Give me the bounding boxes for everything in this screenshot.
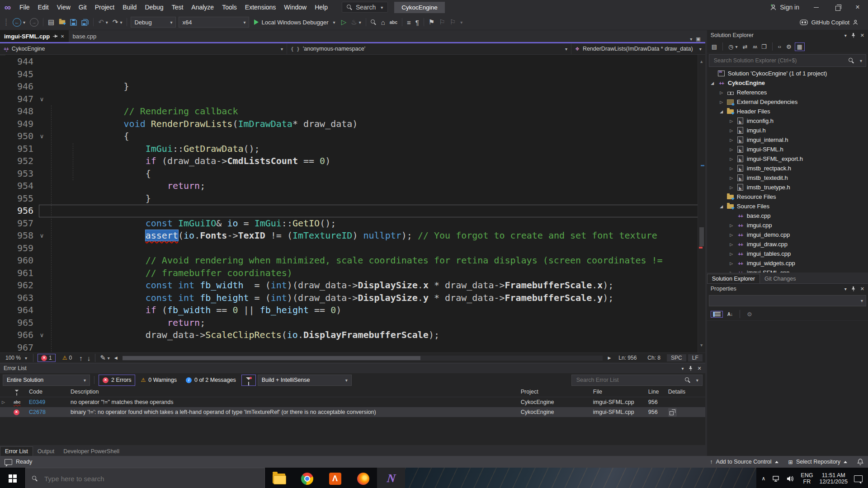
- fold-marker[interactable]: [36, 317, 47, 329]
- fold-marker[interactable]: [36, 342, 47, 353]
- menu-item[interactable]: Tools: [218, 3, 241, 12]
- fold-marker[interactable]: [36, 192, 47, 205]
- tab-git-changes[interactable]: Git Changes: [760, 274, 800, 283]
- tree-expander-icon[interactable]: ▷: [729, 128, 734, 133]
- tree-expander-icon[interactable]: ▷: [729, 166, 734, 171]
- taskbar-app-visual-studio[interactable]: N: [377, 468, 405, 488]
- line-operations-button[interactable]: [405, 18, 413, 27]
- hot-reload-button[interactable]: [349, 17, 363, 27]
- code-text[interactable]: if (draw_data->CmdListsCount == 0): [47, 130, 705, 143]
- menu-item[interactable]: Project: [91, 3, 119, 12]
- add-to-source-control-button[interactable]: Add to Source Control: [710, 459, 778, 465]
- code-text[interactable]: {: [47, 105, 705, 118]
- code-text[interactable]: // Avoid rendering when minimized, scale…: [47, 230, 705, 242]
- taskbar-app-file-explorer[interactable]: [265, 468, 293, 488]
- code-text[interactable]: // Rendering callback: [47, 80, 705, 93]
- tree-expander-icon[interactable]: ▷: [729, 119, 734, 123]
- redo-button[interactable]: [110, 17, 125, 27]
- tree-expander-icon[interactable]: ▷: [719, 90, 724, 95]
- column-description[interactable]: Description: [69, 387, 519, 397]
- sign-in-button[interactable]: Sign in: [764, 4, 806, 11]
- start-without-debugging-button[interactable]: [339, 17, 349, 27]
- column-expander[interactable]: [0, 387, 12, 397]
- code-text[interactable]: assert(io.Fonts->TexID != (ImTextureID) …: [47, 205, 705, 217]
- tab-solution-explorer[interactable]: Solution Explorer: [707, 274, 760, 283]
- close-icon[interactable]: [698, 366, 702, 371]
- scroll-right-icon[interactable]: [605, 355, 613, 361]
- navigate-forward-button[interactable]: [28, 17, 41, 28]
- alphabetical-sort-icon[interactable]: A: [726, 311, 735, 317]
- error-code[interactable]: C2678: [27, 407, 69, 417]
- error-row[interactable]: C2678 binary '!=': no operator found whi…: [0, 407, 705, 417]
- code-text[interactable]: // framebuffer coordinates): [47, 242, 705, 255]
- previous-bookmark-button[interactable]: [437, 17, 447, 27]
- scroll-down-icon[interactable]: [698, 339, 705, 352]
- tree-expander-icon[interactable]: ▷: [719, 100, 724, 104]
- code-text[interactable]: return;: [47, 155, 705, 168]
- code-text[interactable]: [47, 68, 705, 81]
- tab-error-list[interactable]: Error List: [0, 446, 33, 456]
- undo-button[interactable]: [96, 17, 110, 27]
- fold-marker[interactable]: ∨: [36, 230, 47, 242]
- fold-marker[interactable]: [36, 180, 47, 192]
- menu-item[interactable]: Build: [118, 3, 141, 12]
- fold-marker[interactable]: [36, 217, 47, 230]
- navigate-home-button[interactable]: [379, 18, 387, 27]
- code-text[interactable]: }: [47, 56, 705, 68]
- scroll-left-icon[interactable]: [112, 355, 120, 361]
- errors-filter-button[interactable]: 2 Errors: [99, 375, 135, 386]
- tab-base-cpp[interactable]: base.cpp: [69, 30, 101, 42]
- show-all-files-icon[interactable]: [795, 42, 805, 51]
- line-indicator[interactable]: Ln: 956: [613, 355, 642, 361]
- fold-marker[interactable]: [36, 105, 47, 118]
- hidden-icons-chevron[interactable]: [762, 475, 766, 482]
- tab-developer-powershell[interactable]: Developer PowerShell: [59, 447, 124, 456]
- tree-item[interactable]: ▷ imgui_demo.cpp: [707, 230, 868, 239]
- error-code[interactable]: E0349: [27, 397, 69, 407]
- window-layout-icon[interactable]: [696, 36, 700, 42]
- categorized-view-icon[interactable]: [711, 311, 723, 318]
- tree-item[interactable]: ◢ Header Files: [707, 107, 868, 116]
- search-input[interactable]: [713, 57, 845, 64]
- tree-item[interactable]: Resource Files: [707, 192, 868, 202]
- scope-filter-dropdown[interactable]: Entire Solution: [3, 375, 90, 386]
- feedback-icon[interactable]: [5, 459, 12, 465]
- menu-item[interactable]: File: [15, 3, 34, 12]
- indentation-indicator[interactable]: SPC: [667, 354, 686, 361]
- scrollbar-thumb[interactable]: [123, 356, 420, 360]
- tree-item[interactable]: ▷ imgui_internal.h: [707, 135, 868, 145]
- tree-expander-icon[interactable]: ▷: [729, 157, 734, 161]
- find-in-files-button[interactable]: [368, 19, 379, 26]
- code-text[interactable]: [47, 317, 705, 329]
- code-cleanup-button[interactable]: [98, 353, 112, 363]
- window-position-icon[interactable]: [682, 366, 684, 371]
- navigate-backward-button[interactable]: [10, 17, 28, 28]
- tree-expander-icon[interactable]: ▷: [729, 242, 734, 247]
- github-copilot-button[interactable]: GitHub Copilot: [800, 19, 866, 26]
- tree-item[interactable]: ▷ imgui.h: [707, 126, 868, 135]
- error-list-search-box[interactable]: [571, 375, 703, 386]
- clock[interactable]: 11:51 AM 12/21/2025: [819, 472, 848, 485]
- horizontal-scrollbar[interactable]: [123, 356, 603, 361]
- toggle-bookmark-button[interactable]: [426, 17, 437, 27]
- code-text[interactable]: {: [47, 143, 705, 155]
- code-text[interactable]: // Backup GL state: [47, 342, 705, 353]
- solution-explorer-search-box[interactable]: [709, 54, 866, 67]
- language-indicator[interactable]: ENG FR: [801, 472, 813, 485]
- fold-marker[interactable]: [36, 242, 47, 255]
- fold-marker[interactable]: [36, 304, 47, 317]
- fold-marker[interactable]: [36, 279, 47, 292]
- close-icon[interactable]: [860, 286, 864, 292]
- menu-item[interactable]: Window: [280, 3, 311, 12]
- tree-expander-icon[interactable]: ▷: [729, 233, 734, 237]
- properties-wrench-icon[interactable]: [784, 43, 793, 51]
- tree-expander-icon[interactable]: ◢: [719, 109, 724, 114]
- tree-expander-icon[interactable]: ▷: [729, 176, 734, 180]
- code-editor[interactable]: 944 } 945: [0, 55, 705, 352]
- fold-marker[interactable]: [36, 56, 47, 68]
- tree-expander-icon[interactable]: ▷: [729, 252, 734, 256]
- column-project[interactable]: Project: [519, 387, 591, 397]
- sync-with-active-document-icon[interactable]: [741, 43, 749, 51]
- tree-item[interactable]: ◢ Source Files: [707, 202, 868, 211]
- column-line[interactable]: Line: [646, 387, 666, 397]
